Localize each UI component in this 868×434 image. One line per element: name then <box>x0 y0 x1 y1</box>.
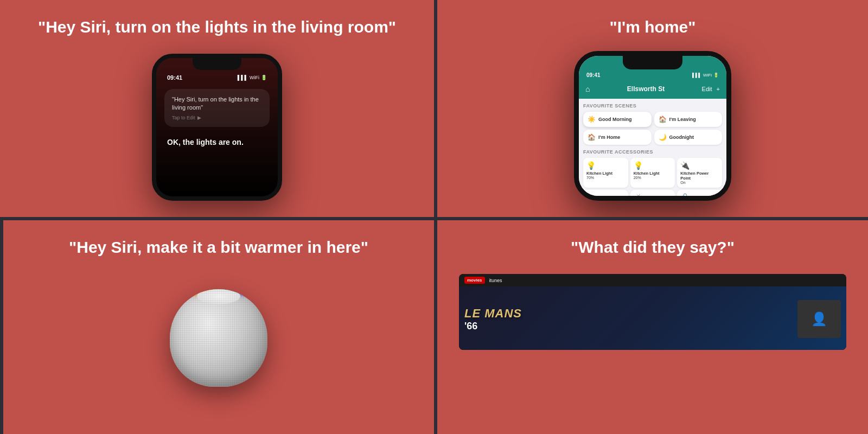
le-mans-66: '66 <box>464 321 522 332</box>
movie-thumbnail: 👤 <box>797 300 841 338</box>
person-silhouette-icon: 👤 <box>811 311 827 327</box>
scene-name: Good Morning <box>598 117 631 122</box>
acc-front-door[interactable]: 🔓 Front Door Unlocked <box>677 190 722 196</box>
scene-im-home[interactable]: 🏠 I'm Home <box>583 130 652 145</box>
add-button[interactable]: + <box>717 86 720 92</box>
siri-user-bubble: "Hey Siri, turn on the lights in the liv… <box>164 89 270 127</box>
siri-response-text: OK, the lights are on. <box>164 138 270 146</box>
homepod-mesh <box>170 289 267 387</box>
home-address: Ellsworth St <box>627 85 665 93</box>
scene-sun-icon: ☀️ <box>588 116 596 123</box>
bulb-icon-2: 💡 <box>634 161 672 170</box>
siri-user-text: "Hey Siri, turn on the lights in the liv… <box>172 95 262 112</box>
acc-kitchen-tv[interactable]: 📺 Kitchen TV On <box>630 190 675 196</box>
home-app-screen: 09:41 ▌▌▌WiFi🔋 ⌂ Ellsworth St Edit + Fav… <box>579 56 726 196</box>
movie-title-block: LE MANS '66 <box>464 307 522 332</box>
iphone-notch <box>193 58 241 70</box>
acc-kitchen-light-1[interactable]: 💡 Kitchen Light 70% <box>583 158 628 188</box>
panel2-quote: "I'm home" <box>610 16 696 37</box>
movie-tv-display: movies itunes LE MANS '66 👤 <box>459 274 846 350</box>
scene-im-leaving[interactable]: 🏠 I'm Leaving <box>654 112 723 127</box>
panel-im-home: "I'm home" 09:41 ▌▌▌WiFi🔋 ⌂ Ellsworth St… <box>434 0 868 217</box>
le-mans-logo: LE MANS <box>464 307 522 321</box>
favourite-scenes-title: Favourite Scenes <box>583 103 722 108</box>
status-bar: 09:41 ▌▌▌ WiFi 🔋 <box>164 74 270 81</box>
edit-button[interactable]: Edit <box>702 86 712 92</box>
siri-tap-edit[interactable]: Tap to Edit ▶ <box>172 115 262 120</box>
iphone-home-app: 09:41 ▌▌▌WiFi🔋 ⌂ Ellsworth St Edit + Fav… <box>574 51 731 201</box>
iphone-notch-2 <box>623 56 682 69</box>
homepod-container <box>164 269 273 418</box>
siri-screen: 09:41 ▌▌▌ WiFi 🔋 "Hey Siri, turn on the … <box>156 58 278 196</box>
homepod-device <box>164 284 273 392</box>
home-time: 09:41 <box>586 72 601 78</box>
acc-power-point[interactable]: 🔌 Kitchen Power Point On <box>677 158 722 188</box>
favourite-accessories-title: Favourite Accessories <box>583 149 722 155</box>
scene-leave-icon: 🏠 <box>659 116 667 123</box>
panel3-quote: "Hey Siri, make it a bit warmer in here" <box>69 237 368 258</box>
homepod-body <box>170 289 267 387</box>
speaker-icon: 🔈 <box>586 193 625 196</box>
panel4-quote: "What did they say?" <box>571 237 735 258</box>
tv-icon: 📺 <box>634 193 672 196</box>
iphone-siri: 09:41 ▌▌▌ WiFi 🔋 "Hey Siri, turn on the … <box>152 54 282 201</box>
home-content: Favourite Scenes ☀️ Good Morning 🏠 I'm L… <box>579 99 726 196</box>
accessories-grid: 💡 Kitchen Light 70% 💡 Kitchen Light 20% … <box>583 158 722 196</box>
scene-name-2: I'm Leaving <box>669 117 696 122</box>
scene-goodnight[interactable]: 🌙 Goodnight <box>654 130 723 145</box>
movies-badge: movies <box>464 277 485 284</box>
movie-content: LE MANS '66 👤 <box>459 286 846 350</box>
status-time: 09:41 <box>167 74 182 81</box>
bulb-icon-1: 💡 <box>586 161 625 170</box>
home-nav-actions: Edit + <box>702 86 720 92</box>
panel-what-did-they-say: "What did they say?" movies itunes LE MA… <box>434 217 868 434</box>
scenes-grid: ☀️ Good Morning 🏠 I'm Leaving 🏠 I'm Home… <box>583 112 722 145</box>
movies-channel-label: itunes <box>489 278 502 283</box>
home-icon[interactable]: ⌂ <box>585 85 590 93</box>
lock-icon: 🔓 <box>680 193 719 196</box>
acc-homepod[interactable]: 🔈 Kitchen HomePod Playing <box>583 190 628 196</box>
scene-home-icon: 🏠 <box>588 133 596 141</box>
home-status-icons: ▌▌▌WiFi🔋 <box>692 73 719 78</box>
panel1-quote: "Hey Siri, turn on the lights in the liv… <box>38 16 396 37</box>
status-icons: ▌▌▌ WiFi 🔋 <box>238 75 267 80</box>
plug-icon: 🔌 <box>680 161 719 170</box>
movies-tv-bar: movies itunes <box>459 274 846 286</box>
acc-kitchen-light-2[interactable]: 💡 Kitchen Light 20% <box>630 158 675 188</box>
home-nav-bar: ⌂ Ellsworth St Edit + <box>579 81 726 99</box>
scene-moon-icon: 🌙 <box>659 133 667 141</box>
scene-name-4: Goodnight <box>669 135 694 140</box>
scene-name-3: I'm Home <box>598 135 620 140</box>
panel-siri-lights: "Hey Siri, turn on the lights in the liv… <box>0 0 434 217</box>
scene-good-morning[interactable]: ☀️ Good Morning <box>583 112 652 127</box>
panel-siri-warmer: "Hey Siri, make it a bit warmer in here" <box>0 217 434 434</box>
